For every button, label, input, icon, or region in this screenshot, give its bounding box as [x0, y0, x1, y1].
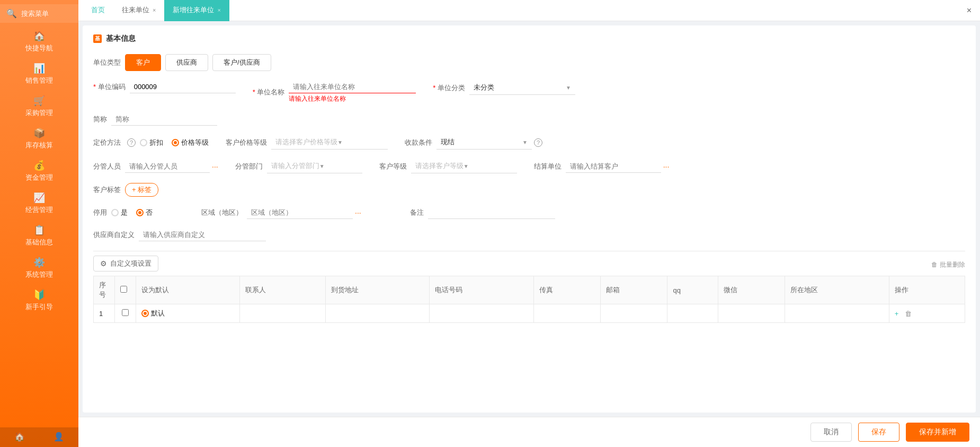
save-new-button[interactable]: 保存并新增 [906, 423, 969, 442]
disable-yes[interactable]: 是 [111, 208, 128, 217]
sidebar-item-finance[interactable]: 💰 资金管理 [0, 154, 78, 187]
batch-delete-button[interactable]: 🗑 批量删除 [931, 260, 965, 269]
disable-no-dot [138, 211, 141, 214]
save-button[interactable]: 保存 [858, 423, 899, 442]
disable-label: 停用 [93, 208, 107, 217]
category-field: 单位分类 未分类 ▼ [433, 81, 575, 95]
unit-type-customer[interactable]: 客户 [125, 54, 161, 71]
tab-partners[interactable]: 往来单位 × [113, 0, 164, 21]
row-default: 默认 [136, 304, 240, 323]
customer-price-select[interactable]: 请选择客户价格等级 ▼ [271, 135, 388, 150]
sales-icon: 📊 [33, 63, 45, 74]
supplier-custom-row: 供应商自定义 [93, 229, 965, 241]
row-add-btn[interactable]: + [895, 310, 899, 318]
sidebar-bottom-user[interactable]: 👤 [39, 432, 78, 443]
col-address: 到货地址 [325, 276, 429, 304]
department-placeholder: 请输入分管部门 [271, 161, 319, 171]
manager-input[interactable] [125, 160, 210, 173]
sidebar: 🔍 搜索菜单 🏠 快捷导航 📊 销售管理 🛒 采购管理 📦 库存核算 💰 资金管… [0, 0, 78, 447]
disable-yes-label: 是 [121, 208, 128, 217]
row-checkbox[interactable] [122, 309, 129, 316]
sidebar-bottom-home[interactable]: 🏠 [0, 432, 39, 443]
main-close-button[interactable]: × [963, 6, 976, 15]
tab-partners-close[interactable]: × [153, 7, 156, 13]
customer-level-field: 客户等级 请选择客户等级 ▼ [379, 159, 517, 173]
system-icon: ⚙️ [33, 257, 45, 268]
sidebar-item-purchase[interactable]: 🛒 采购管理 [0, 90, 78, 122]
cancel-button[interactable]: 取消 [810, 423, 852, 442]
name-input-group: 请输入往来单位名称 [289, 81, 416, 103]
user-bottom-icon: 👤 [54, 432, 64, 442]
sidebar-item-operations[interactable]: 📈 经营管理 [0, 187, 78, 219]
code-input[interactable] [130, 81, 236, 93]
tab-new-partner-close[interactable]: × [217, 7, 220, 13]
tab-home[interactable]: 首页 [83, 0, 113, 21]
level-radio-circle [172, 139, 179, 146]
row-qq [667, 304, 718, 323]
search-icon: 🔍 [6, 8, 17, 19]
sidebar-bottom: 🏠 👤 [0, 427, 78, 447]
sidebar-item-label: 经营管理 [25, 205, 53, 215]
sidebar-item-label: 资金管理 [25, 173, 53, 182]
row-default-circle [141, 310, 149, 317]
pricing-discount[interactable]: 折扣 [140, 138, 163, 147]
unit-type-supplier[interactable]: 供应商 [165, 54, 208, 71]
section-title-text: 基本信息 [106, 34, 136, 43]
purchase-icon: 🛒 [33, 95, 45, 107]
custom-setting-button[interactable]: ⚙ 自定义项设置 [93, 256, 158, 271]
col-qq: qq [667, 276, 718, 304]
department-field: 分管部门 请输入分管部门 ▼ [235, 159, 362, 173]
payment-select[interactable]: 现结 ▼ [436, 135, 532, 150]
code-name-row: 单位编码 单位名称 请输入往来单位名称 单位分类 未分类 ▼ [93, 81, 965, 103]
row-delete-btn[interactable]: 🗑 [905, 310, 912, 318]
manager-more-btn[interactable]: ··· [212, 162, 218, 171]
col-checkbox [115, 276, 136, 304]
unit-type-group: 客户 供应商 客户/供应商 [125, 54, 271, 71]
sidebar-item-label: 系统管理 [25, 270, 53, 279]
remark-field: 备注 [410, 206, 555, 219]
select-all-checkbox[interactable] [120, 286, 127, 293]
payment-help-icon[interactable]: ? [534, 138, 542, 147]
row-phone [430, 304, 533, 323]
sidebar-item-basic[interactable]: 📋 基础信息 [0, 219, 78, 251]
disable-no[interactable]: 否 [136, 208, 153, 217]
pricing-level[interactable]: 价格等级 [172, 138, 209, 147]
sidebar-search[interactable]: 🔍 搜索菜单 [0, 4, 78, 23]
region-input[interactable] [247, 206, 353, 219]
customer-level-select[interactable]: 请选择客户等级 ▼ [411, 159, 517, 173]
supplier-custom-input[interactable] [139, 229, 266, 241]
section-title-icon: 基 [93, 34, 102, 43]
pricing-help-icon[interactable]: ? [127, 138, 136, 147]
region-field: 区域（地区） ··· [201, 206, 361, 219]
sidebar-item-newbie[interactable]: 🔰 新手引导 [0, 284, 78, 316]
col-action: 操作 [889, 276, 965, 304]
settlement-input[interactable] [566, 160, 661, 173]
name-input[interactable] [289, 81, 416, 93]
newbie-icon: 🔰 [33, 289, 45, 301]
shortname-input[interactable] [111, 113, 217, 126]
unit-type-field: 单位类型 客户 供应商 客户/供应商 [93, 54, 271, 71]
tag-add-button[interactable]: + 标签 [125, 183, 158, 197]
remark-input[interactable] [428, 206, 555, 219]
row-default-radio[interactable]: 默认 [141, 309, 234, 318]
tab-home-label: 首页 [91, 5, 105, 15]
category-arrow: ▼ [566, 85, 571, 91]
sidebar-item-quick-nav[interactable]: 🏠 快捷导航 [0, 25, 78, 57]
unit-type-both[interactable]: 客户/供应商 [212, 54, 271, 71]
tab-new-partner[interactable]: 新增往来单位 × [164, 0, 229, 21]
sidebar-item-inventory[interactable]: 📦 库存核算 [0, 122, 78, 154]
region-more-btn[interactable]: ··· [355, 208, 361, 217]
form-content: 基 基本信息 单位类型 客户 供应商 客户/供应商 单位编码 单位名称 [83, 25, 976, 413]
col-phone: 电话号码 [430, 276, 533, 304]
sidebar-item-label: 快捷导航 [25, 43, 53, 53]
remark-label: 备注 [410, 208, 424, 217]
discount-radio-circle [140, 139, 147, 146]
col-email: 邮箱 [601, 276, 667, 304]
divider [93, 251, 965, 251]
category-select[interactable]: 未分类 ▼ [469, 81, 575, 95]
department-select[interactable]: 请输入分管部门 ▼ [267, 159, 362, 173]
sidebar-item-sales[interactable]: 📊 销售管理 [0, 57, 78, 90]
sidebar-item-system[interactable]: ⚙️ 系统管理 [0, 251, 78, 284]
settlement-more-btn[interactable]: ··· [663, 162, 670, 171]
sidebar-item-label: 库存核算 [25, 141, 53, 150]
